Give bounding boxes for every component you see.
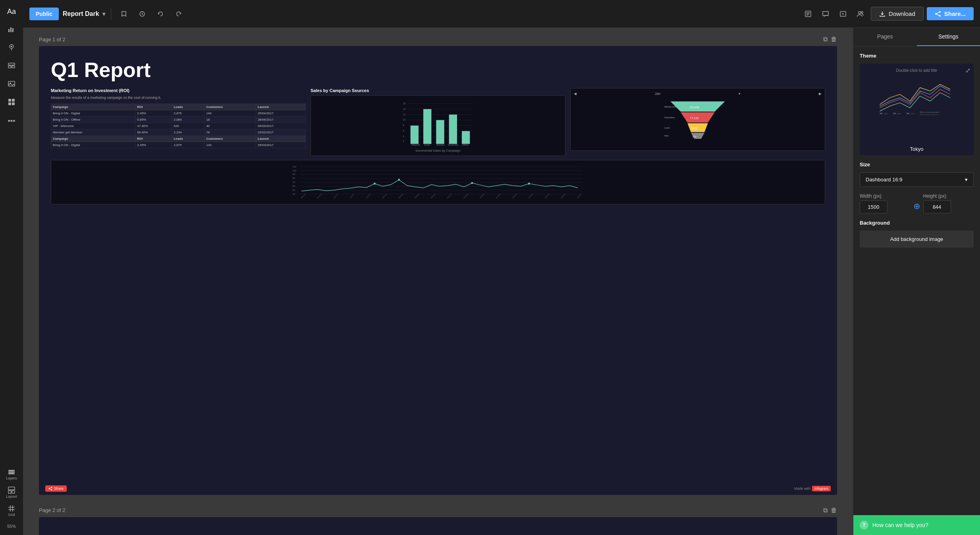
redo-button[interactable] bbox=[172, 7, 186, 21]
svg-rect-117 bbox=[880, 113, 882, 114]
theme-title-hint: Double-click to add title bbox=[864, 68, 969, 73]
col2-campaign: Campaign bbox=[51, 135, 135, 142]
svg-text:10M: 10M bbox=[292, 170, 296, 172]
sidebar-icon-template[interactable] bbox=[3, 94, 20, 111]
public-button[interactable]: Public bbox=[29, 8, 59, 20]
sidebar-item-layers[interactable]: Layers bbox=[3, 466, 20, 483]
svg-text:2015-01-: 2015-01- bbox=[349, 193, 355, 199]
bar-chart-icon bbox=[8, 25, 15, 35]
delete-page-button[interactable]: 🗑 bbox=[831, 36, 837, 43]
svg-rect-17 bbox=[8, 487, 15, 490]
svg-text:2014-12-: 2014-12- bbox=[301, 193, 307, 199]
preview-button[interactable] bbox=[836, 7, 850, 21]
svg-point-92 bbox=[528, 183, 530, 185]
funnel-dropdown-arrow: ▾ bbox=[739, 92, 741, 96]
sidebar-icon-map[interactable] bbox=[3, 40, 20, 56]
page-1-label: Page 1 of 2 ⧉ 🗑 bbox=[39, 36, 837, 43]
panel-settings-content: Theme ⤢ Double-click to add title 2000 2… bbox=[853, 46, 980, 254]
svg-text:Offline: Offline bbox=[462, 144, 469, 146]
image-icon bbox=[8, 80, 15, 90]
theme-edit-button[interactable]: ⤢ bbox=[965, 67, 970, 74]
col-launch: Launch bbox=[256, 104, 305, 110]
width-input[interactable] bbox=[860, 200, 887, 214]
sidebar-item-layout[interactable]: Layout bbox=[3, 484, 20, 501]
page-2-canvas[interactable]: Page 2 bbox=[39, 517, 837, 535]
download-label: Download bbox=[889, 10, 915, 17]
funnel-next[interactable]: ▶ bbox=[819, 92, 822, 96]
svg-text:2015-03-: 2015-03- bbox=[511, 193, 518, 199]
made-with-label: Made with bbox=[794, 487, 810, 491]
link-dimensions-icon[interactable] bbox=[914, 203, 920, 211]
size-dropdown[interactable]: Dashboard 16:9 ▾ bbox=[860, 172, 974, 187]
funnel-area: ◀ Jan ▾ ▶ bbox=[570, 88, 825, 151]
svg-text:Write an interesting quote: Write an interesting quote bbox=[920, 111, 939, 113]
page-1-canvas[interactable]: Q1 Report Marketing Return on Investment… bbox=[39, 46, 837, 495]
svg-text:2015-01-: 2015-01- bbox=[398, 193, 404, 199]
height-input[interactable] bbox=[923, 200, 951, 214]
map-icon bbox=[8, 43, 15, 53]
roi-title: Marketing Return on Investment (ROI) bbox=[51, 88, 306, 93]
share-button[interactable]: Share... bbox=[927, 7, 974, 20]
report-name-dropdown[interactable]: Report Dark ▾ bbox=[63, 10, 105, 17]
svg-text:2015-02-: 2015-02- bbox=[414, 193, 421, 199]
height-label: Height (px) bbox=[923, 193, 974, 199]
theme-chart-preview: 2000 2005 2010 Write an interesting quot… bbox=[864, 74, 969, 118]
svg-rect-121 bbox=[907, 113, 909, 114]
svg-text:2015-02-: 2015-02- bbox=[447, 193, 453, 199]
sidebar-icon-layout[interactable] bbox=[3, 58, 20, 75]
duplicate-page-button[interactable]: ⧉ bbox=[823, 36, 828, 43]
svg-text:2015-01-: 2015-01- bbox=[382, 193, 388, 199]
undo-button[interactable] bbox=[153, 7, 168, 21]
funnel-section: ◀ Jan ▾ ▶ bbox=[570, 88, 825, 156]
page-2-label: Page 2 of 2 ⧉ 🗑 bbox=[39, 507, 837, 514]
share-badge[interactable]: Share bbox=[45, 485, 67, 492]
svg-text:Email: Email bbox=[424, 144, 430, 146]
tab-pages[interactable]: Pages bbox=[853, 28, 917, 46]
bar-chart-subtitle: Incremental Sales by Campaign bbox=[314, 149, 562, 152]
sidebar-icon-chart[interactable] bbox=[3, 21, 20, 38]
layout-icon bbox=[8, 62, 15, 71]
page-1-actions: ⧉ 🗑 bbox=[823, 36, 837, 43]
funnel-prev[interactable]: ◀ bbox=[574, 92, 577, 96]
duplicate-page2-button[interactable]: ⧉ bbox=[823, 507, 828, 514]
col2-leads: Leads bbox=[172, 135, 204, 142]
table-row: Bring it ON - Offline0.85%2,0691828/06/2… bbox=[51, 116, 306, 123]
col-leads: Leads bbox=[172, 104, 204, 110]
svg-rect-53 bbox=[423, 109, 431, 144]
q1-report-title: Q1 Report bbox=[51, 58, 825, 82]
sidebar-icon-image[interactable] bbox=[3, 76, 20, 93]
tab-settings-label: Settings bbox=[938, 33, 959, 40]
svg-point-31 bbox=[861, 12, 863, 13]
svg-rect-8 bbox=[8, 81, 15, 86]
sidebar-item-grid[interactable]: Grid bbox=[3, 502, 20, 519]
theme-preview[interactable]: ⤢ Double-click to add title 2000 2005 20… bbox=[860, 64, 974, 155]
svg-point-30 bbox=[858, 12, 861, 14]
sidebar-icon-more[interactable]: ••• bbox=[3, 113, 20, 129]
font-icon: Aa bbox=[7, 8, 16, 16]
svg-text:6: 6 bbox=[403, 129, 404, 132]
svg-text:6M: 6M bbox=[292, 185, 295, 187]
download-button[interactable]: Download bbox=[871, 7, 924, 21]
svg-point-93 bbox=[471, 182, 473, 184]
bar-chart-area: 16 14 12 10 8 6 4 2 bbox=[311, 95, 565, 156]
bookmark-button[interactable] bbox=[117, 7, 131, 21]
add-background-image-button[interactable]: Add background image bbox=[860, 231, 974, 248]
svg-text:2: 2 bbox=[403, 140, 404, 142]
notes-button[interactable] bbox=[801, 7, 815, 21]
col2-customers: Customers bbox=[204, 135, 256, 142]
grid-label: Grid bbox=[8, 513, 15, 517]
help-label: How can we help you? bbox=[872, 522, 928, 528]
tab-settings[interactable]: Settings bbox=[917, 28, 980, 46]
canvas-footer: Share Made with infogram bbox=[45, 485, 831, 492]
delete-page2-button[interactable]: 🗑 bbox=[831, 507, 837, 514]
svg-text:Who's the author of the quote?: Who's the author of the quote? bbox=[920, 114, 938, 115]
help-button[interactable]: ? How can we help you? bbox=[853, 515, 980, 535]
history-button[interactable] bbox=[135, 7, 149, 21]
more-icon: ••• bbox=[8, 117, 15, 125]
svg-text:2015-01-: 2015-01- bbox=[365, 193, 372, 199]
share-users-button[interactable] bbox=[853, 7, 868, 21]
sidebar-icon-font[interactable]: Aa bbox=[3, 3, 20, 20]
comments-button[interactable] bbox=[818, 7, 833, 21]
svg-rect-2 bbox=[12, 28, 14, 32]
background-section-title: Background bbox=[860, 220, 974, 226]
